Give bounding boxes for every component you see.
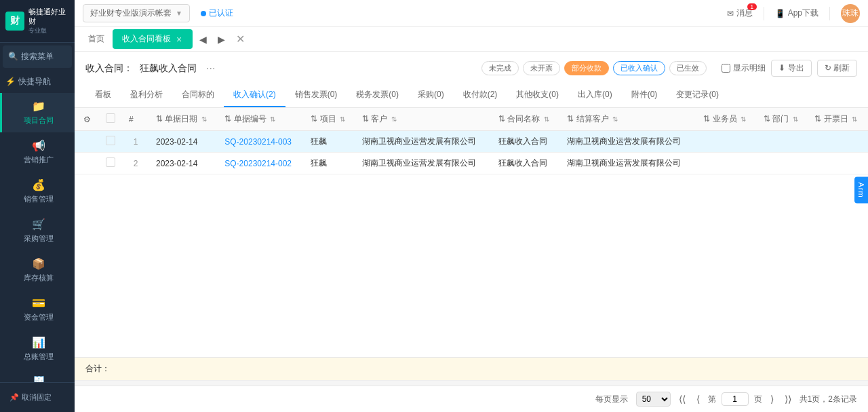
row-department-1 (757, 153, 808, 174)
row-customer-1: 湖南卫视商业运营发展有限公司 (355, 153, 492, 174)
sub-tab-purchase[interactable]: 采购(0) (408, 83, 454, 107)
settings-icon[interactable]: ⚙ (83, 115, 91, 124)
tab-next-button[interactable]: ▶ (214, 33, 229, 46)
col-date-header[interactable]: ⇅ 单据日期 ⇅ (149, 108, 218, 131)
next-page-button[interactable]: ⟩ (768, 392, 776, 406)
row-settings-0 (75, 131, 99, 153)
col-settings[interactable]: ⚙ (75, 108, 99, 131)
contract-name: 狂飙收入合同 (140, 62, 197, 75)
table-wrapper[interactable]: ⚙#⇅ 单据日期 ⇅⇅ 单据编号 ⇅⇅ 项目 ⇅⇅ 客户 ⇅⇅ 合同名称 ⇅⇅ … (75, 108, 868, 357)
col-contract-header[interactable]: ⇅ 合同名称 ⇅ (492, 108, 560, 131)
sidebar-item-general[interactable]: 📊 总账管理 (0, 329, 75, 369)
status-tag-4[interactable]: 已生效 (669, 61, 707, 75)
col-salesman-header[interactable]: ⇅ 业务员 ⇅ (696, 108, 756, 131)
invoice-icon: 🧾 (32, 375, 45, 382)
content-area: 收入合同： 狂飙收入合同 ··· 未完成未开票部分收款已收入确认已生效 显示明细… (75, 52, 868, 412)
sub-tab-attachment[interactable]: 附件(0) (622, 83, 667, 107)
show-detail-checkbox-label[interactable]: 显示明细 (722, 60, 766, 77)
row-code-0[interactable]: SQ-20230214-003 (218, 131, 304, 153)
sidebar-item-purchase[interactable]: 🛒 采购管理 (0, 211, 75, 250)
sub-tab-income-confirm[interactable]: 收入确认(2) (224, 83, 285, 107)
export-button[interactable]: ⬇ 导出 (771, 60, 811, 77)
row-checkbox-1[interactable] (99, 153, 122, 174)
sub-tab-change-log[interactable]: 变更记录(0) (667, 83, 728, 107)
col-project-header[interactable]: ⇅ 项目 ⇅ (304, 108, 355, 131)
status-tag-2[interactable]: 部分收款 (564, 61, 609, 75)
income-contract-tab[interactable]: 收入合同看板 × (113, 29, 193, 49)
sidebar-bottom: 📌 取消固定 (0, 382, 75, 412)
message-icon: ✉ (727, 9, 734, 18)
col-customer-header[interactable]: ⇅ 客户 ⇅ (355, 108, 492, 131)
col-checkbox[interactable] (99, 108, 122, 131)
row-checkbox-0[interactable] (99, 131, 122, 153)
sub-tab-other-income[interactable]: 其他收支(0) (507, 83, 568, 107)
sub-tab-warehouse[interactable]: 出入库(0) (568, 83, 622, 107)
verified-dot-icon (201, 11, 206, 16)
sidebar-search-item[interactable]: 🔍 搜索菜单 (3, 45, 72, 68)
sidebar-item-capital[interactable]: 💳 资金管理 (0, 290, 75, 329)
first-page-button[interactable]: ⟨⟨ (676, 392, 688, 406)
per-page-select[interactable]: 50 100 200 (636, 392, 671, 407)
sub-tabs: 看板盈利分析合同标的收入确认(2)销售发票(0)税务发票(0)采购(0)收付款(… (85, 83, 857, 107)
prev-page-button[interactable]: ⟨ (694, 392, 703, 406)
sidebar-item-invoice[interactable]: 🧾 发票管理 (0, 369, 75, 382)
home-tab[interactable]: 首页 (83, 31, 110, 48)
sidebar-item-inventory[interactable]: 📦 库存核算 (0, 250, 75, 290)
sidebar-item-sales[interactable]: 💰 销售管理 (0, 172, 75, 211)
row-salesman-1 (696, 153, 756, 174)
sub-tab-tax-invoice[interactable]: 税务发票(0) (347, 83, 408, 107)
row-project-0: 狂飙 (304, 131, 355, 153)
status-tag-3[interactable]: 已收入确认 (613, 61, 665, 75)
chevron-down-icon: ▼ (176, 10, 182, 17)
status-tag-1[interactable]: 未开票 (523, 61, 560, 75)
row-department-0 (757, 131, 808, 153)
select-all-checkbox[interactable] (106, 113, 115, 123)
header-actions: 显示明细⬇ 导出↻ 刷新 (722, 60, 857, 77)
sidebar-quicknav-item[interactable]: ⚡ 快捷导航 (0, 71, 75, 93)
tab-close-all-button[interactable]: ✕ (232, 31, 249, 47)
row-open-date-1 (808, 153, 868, 174)
horizontal-scrollbar[interactable] (75, 380, 868, 386)
page-title: 收入合同： (85, 62, 133, 75)
status-tag-0[interactable]: 未完成 (481, 61, 519, 75)
sub-tab-sales-invoice[interactable]: 销售发票(0) (285, 83, 347, 107)
table-row[interactable]: 12023-02-14SQ-20230214-003狂飙湖南卫视商业运营发展有限… (75, 131, 868, 153)
last-page-button[interactable]: ⟩⟩ (782, 392, 794, 406)
sub-tab-kanban[interactable]: 看板 (85, 83, 121, 107)
purchase-icon: 🛒 (32, 218, 45, 231)
show-detail-checkbox[interactable] (722, 64, 730, 73)
page-number-input[interactable] (722, 392, 749, 406)
col-open-date-header[interactable]: ⇅ 开票日 ⇅ (808, 108, 868, 131)
col-end-customer-header[interactable]: ⇅ 结算客户 ⇅ (560, 108, 696, 131)
topbar-divider2 (829, 7, 830, 20)
message-button[interactable]: ✉ 消息 1 (727, 7, 753, 19)
app-download-button[interactable]: 📱 App下载 (775, 7, 818, 19)
sub-tab-profit[interactable]: 盈利分析 (121, 83, 172, 107)
tab-prev-button[interactable]: ◀ (195, 33, 211, 46)
table-row[interactable]: 22023-02-14SQ-20230214-002狂飙湖南卫视商业运营发展有限… (75, 153, 868, 174)
doc-code-link-0[interactable]: SQ-20230214-003 (224, 137, 292, 147)
tab-close-button[interactable]: × (175, 35, 183, 44)
user-avatar[interactable]: 珠珠 (841, 4, 860, 23)
topbar-divider (764, 7, 764, 20)
right-panel-button[interactable]: Arm (854, 176, 868, 203)
sub-tab-receipt[interactable]: 收付款(2) (454, 83, 507, 107)
refresh-button[interactable]: ↻ 刷新 (817, 60, 857, 77)
inventory-icon: 📦 (32, 257, 45, 270)
col-code-header[interactable]: ⇅ 单据编号 ⇅ (218, 108, 304, 131)
sidebar-item-marketing[interactable]: 📢 营销推广 (0, 132, 75, 172)
main-area: 好业财专业版演示帐套 ▼ 已认证 ✉ 消息 1 📱 App下载 珠珠 首页 (75, 0, 868, 412)
company-selector[interactable]: 好业财专业版演示帐套 ▼ (83, 4, 190, 22)
row-contract-0: 狂飙收入合同 (492, 131, 560, 153)
row-code-1[interactable]: SQ-20230214-002 (218, 153, 304, 174)
row-num-1: 2 (122, 153, 149, 174)
more-button[interactable]: ··· (206, 62, 215, 75)
sub-tab-contract-std[interactable]: 合同标的 (172, 83, 224, 107)
sidebar-items: 📁 项目合同 📢 营销推广 💰 销售管理 🛒 采购管理 📦 库存核算 💳 资金管… (0, 93, 75, 382)
row-salesman-0 (696, 131, 756, 153)
sidebar-item-project[interactable]: 📁 项目合同 (0, 93, 75, 132)
row-open-date-0 (808, 131, 868, 153)
sidebar-pin-button[interactable]: 📌 取消固定 (5, 388, 69, 407)
doc-code-link-1[interactable]: SQ-20230214-002 (224, 159, 292, 168)
col-department-header[interactable]: ⇅ 部门 ⇅ (757, 108, 808, 131)
